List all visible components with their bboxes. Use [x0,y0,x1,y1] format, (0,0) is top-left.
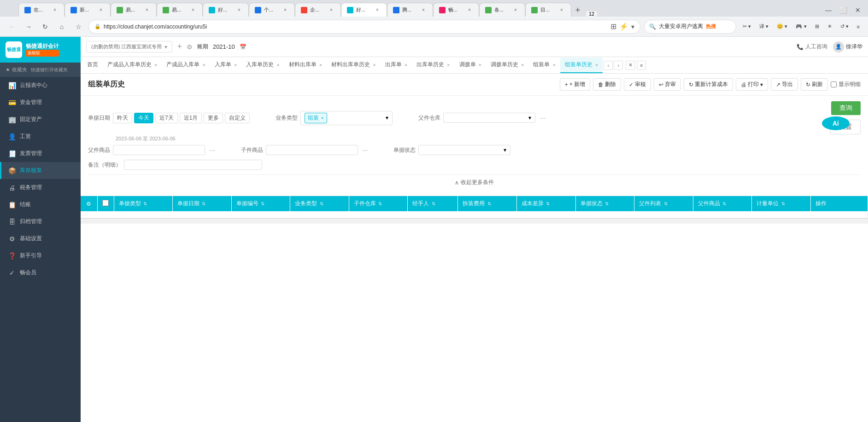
collapse-button[interactable]: ∧ 收起更多条件 [449,177,499,188]
browser-tab-2[interactable]: 新... × [65,3,111,17]
customer-service-btn[interactable]: 📞 人工咨询 [797,43,827,51]
sidebar-item-finance[interactable]: 💳 资金管理 [0,94,81,111]
tab-close-8[interactable]: × [374,6,381,14]
parent-goods-input[interactable] [113,145,205,155]
more-date-btn[interactable]: 更多 [204,113,223,123]
export-button[interactable]: ↗ 导出 [771,78,798,91]
tab-close-2[interactable]: × [97,6,105,14]
nav-tab-material-out-history-close[interactable]: × [373,62,375,68]
add-period-btn[interactable]: + [177,42,182,52]
nav-tab-transfer-history-close[interactable]: × [521,62,524,68]
nav-tab-issue-history[interactable]: 出库单历史 × [412,58,454,73]
dropdown-icon[interactable]: ▾ [631,23,634,30]
recalculate-button[interactable]: ↻ 重新计算成本 [684,78,733,91]
nav-tab-receipt-close[interactable]: × [234,62,237,68]
browser-tab-9[interactable]: 腾... × [387,3,433,17]
restore-button[interactable]: ⬜ [837,4,850,17]
th-parent-list[interactable]: 父件列表 ⇅ [634,196,693,211]
browser-tab-10[interactable]: 畅... × [433,3,479,17]
sidebar-item-settlement[interactable]: 📋 结账 [0,196,81,213]
query-button[interactable]: 查询 [831,101,861,115]
address-bar[interactable]: 🔒 https://cloud.chanjet.com/accounting/u… [88,20,640,34]
nav-tab-issue-history-close[interactable]: × [447,62,450,68]
sidebar-item-membership[interactable]: ✓ 畅会员 [0,264,81,281]
browser-tab-11[interactable]: 各... × [479,3,525,17]
nav-tab-product-in[interactable]: 产成品入库单 × [162,58,210,73]
bottom-scrollbar[interactable] [81,218,868,224]
nav-tab-issue[interactable]: 出库单 × [381,58,412,73]
th-child-warehouse[interactable]: 子件仓库 ⇅ [349,196,408,211]
browser-tab-1[interactable]: 在... × [18,3,65,17]
browser-tab-4[interactable]: 易... × [157,3,203,17]
tab-close-3[interactable]: × [143,6,151,14]
last7days-btn[interactable]: 近7天 [155,113,178,123]
review-button[interactable]: ✓ 审核 [624,78,651,91]
tab-close-5[interactable]: × [235,6,243,14]
sidebar-item-reports[interactable]: 📊 云报表中心 [0,77,81,94]
home-button[interactable]: ⌂ [55,20,68,33]
last1month-btn[interactable]: 近1月 [180,113,202,123]
nav-tab-transfer[interactable]: 调拨单 × [455,58,486,73]
parent-goods-more-icon[interactable]: ··· [210,146,215,154]
parent-warehouse-more-icon[interactable]: ··· [540,114,545,121]
show-detail-checkbox-label[interactable]: 显示明细 [831,81,861,88]
tab-close-1[interactable]: × [51,6,59,14]
th-order-no[interactable]: 单据编号 ⇅ [231,196,290,211]
child-goods-input[interactable] [266,145,358,155]
browser-tab-3[interactable]: 易... × [111,3,157,17]
back-button[interactable]: ← [6,20,18,33]
refresh-action-button[interactable]: ↻ 刷新 [801,78,828,91]
nav-tab-material-out-history[interactable]: 材料出库单历史 × [327,58,380,73]
yesterday-btn[interactable]: 昨天 [113,113,132,123]
nav-tab-assembly-history-close[interactable]: × [595,62,598,68]
minimize-button[interactable]: — [822,4,835,17]
refresh-button[interactable]: ↻ [39,20,52,33]
nav-tab-transfer-close[interactable]: × [479,62,481,68]
custom-date-btn[interactable]: 自定义 [225,113,250,123]
nav-tab-receipt-history[interactable]: 入库单历史 × [241,58,284,73]
nav-tab-product-in-history-close[interactable]: × [154,62,157,68]
menu-icon-btn[interactable]: ≡ [854,20,862,33]
nav-tab-product-in-close[interactable]: × [202,62,205,68]
th-unit[interactable]: 计量单位 ⇅ [752,196,811,211]
nav-tab-receipt-history-close[interactable]: × [276,62,279,68]
nav-tab-home[interactable]: 首页 [82,58,103,73]
tab-close-12[interactable]: × [558,6,565,14]
cut-icon-btn[interactable]: ✂ ▾ [740,20,754,33]
sidebar-item-guide[interactable]: ❓ 新手引导 [0,247,81,264]
tabs-arrow-right[interactable]: › [614,61,623,70]
browser-tab-8[interactable]: 好... × [341,3,387,17]
tab-close-4[interactable]: × [189,6,197,14]
sidebar-item-assets[interactable]: 🏢 固定资产 [0,111,81,128]
nav-tab-assembly[interactable]: 组装单 × [528,58,560,73]
order-status-select[interactable]: ▾ [418,145,510,155]
abandon-button[interactable]: ↩ 弃审 [654,78,681,91]
remarks-input[interactable] [124,160,262,170]
game-icon-btn[interactable]: 🎮 ▾ [793,20,809,33]
translate-icon-btn[interactable]: 译 ▾ [757,20,771,33]
ai-badge[interactable]: Ai [822,116,850,130]
browser-tab-5[interactable]: 好... × [203,3,249,17]
today-btn[interactable]: 今天 [134,113,153,123]
sidebar-favorites[interactable]: ★ 收藏夹 快捷键打开收藏夹 [0,63,81,77]
nav-tab-material-out[interactable]: 材料出库单 × [284,58,327,73]
nav-tab-product-in-history[interactable]: 产成品入库单历史 × [103,58,162,73]
sidebar-item-archive[interactable]: 🗄 归档管理 [0,213,81,230]
browser-tab-7[interactable]: 企... × [295,3,341,17]
nav-tab-issue-close[interactable]: × [405,62,407,68]
show-detail-checkbox[interactable] [831,81,837,87]
forward-button[interactable]: → [22,20,35,33]
tabs-close-btn[interactable]: ✕ [626,61,635,70]
tab-close-10[interactable]: × [466,6,473,14]
company-selector[interactable]: (勿删勿禁用) 江西服宝测试专用 ▾ [86,41,172,52]
th-handler[interactable]: 经手人 ⇅ [408,196,458,211]
th-disassembly-fee[interactable]: 拆装费用 ⇅ [458,196,517,211]
new-tab-button[interactable]: + [571,4,584,17]
qr-icon[interactable]: ⊞ [610,22,616,31]
tabs-menu-btn[interactable]: ≡ [637,61,646,70]
nav-tab-receipt[interactable]: 入库单 × [210,58,241,73]
sidebar-item-invoice[interactable]: 🧾 发票管理 [0,145,81,162]
tab-close-11[interactable]: × [512,6,519,14]
nav-tab-material-out-close[interactable]: × [319,62,322,68]
sidebar-item-salary[interactable]: 👤 工资 [0,128,81,145]
